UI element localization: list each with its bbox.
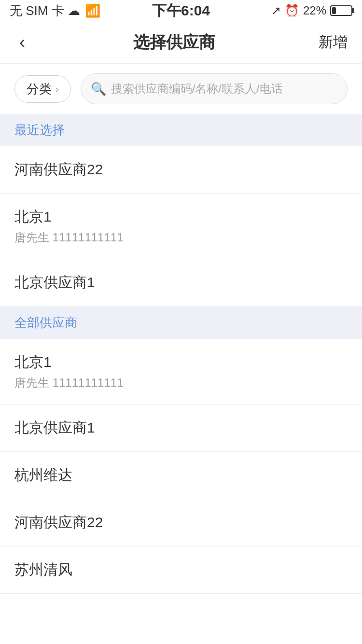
item-name: 北京1 (14, 207, 348, 227)
search-input-placeholder: 搜索供应商编码/名称/联系人/电话 (111, 81, 283, 97)
item-sub: 唐先生 11111111111 (14, 230, 348, 245)
status-left: 无 SIM 卡 ☁ 📶 (10, 2, 100, 19)
item-name: 杭州维达 (14, 465, 348, 485)
search-icon: 🔍 (91, 82, 106, 97)
category-label: 分类 (27, 81, 52, 98)
battery-label: 22% (303, 4, 326, 17)
all-section-header: 全部供应商 (0, 307, 362, 339)
battery-icon (330, 5, 352, 16)
sim-label: 无 SIM 卡 ☁ (10, 2, 80, 19)
list-item[interactable]: 北京1唐先生 11111111111 (0, 339, 362, 405)
all-section-label: 全部供应商 (14, 315, 77, 330)
wifi-icon: 📶 (85, 3, 100, 18)
category-chevron-icon: › (56, 84, 59, 95)
page-title: 选择供应商 (133, 31, 215, 54)
location-icon: ↗ (271, 4, 281, 17)
item-name: 北京供应商1 (14, 273, 348, 293)
alarm-icon: ⏰ (285, 4, 299, 17)
back-button[interactable]: ‹ (14, 28, 30, 57)
item-sub: 唐先生 11111111111 (14, 375, 348, 391)
list-item[interactable]: 苏州清风 (0, 546, 362, 594)
list-item[interactable]: 北京1唐先生 11111111111 (0, 194, 362, 259)
item-name: 北京供应商1 (14, 418, 348, 438)
category-filter-button[interactable]: 分类 › (14, 75, 71, 103)
recent-section-label: 最近选择 (14, 123, 65, 137)
item-name: 河南供应商22 (14, 160, 348, 180)
item-name: 苏州清风 (14, 560, 348, 580)
list-item[interactable]: 河南供应商22 (0, 146, 362, 194)
all-list: 北京1唐先生 11111111111北京供应商1杭州维达河南供应商22苏州清风 (0, 339, 362, 594)
recent-section-header: 最近选择 (0, 114, 362, 146)
status-right: ↗ ⏰ 22% (271, 4, 352, 17)
nav-bar: ‹ 选择供应商 新增 (0, 21, 362, 64)
list-item[interactable]: 北京供应商1 (0, 405, 362, 452)
list-item[interactable]: 杭州维达 (0, 452, 362, 499)
list-item[interactable]: 北京供应商1 (0, 259, 362, 307)
item-name: 河南供应商22 (14, 513, 348, 532)
item-name: 北京1 (14, 352, 348, 372)
list-item[interactable]: 河南供应商22 (0, 499, 362, 546)
search-box[interactable]: 🔍 搜索供应商编码/名称/联系人/电话 (81, 73, 348, 104)
recent-list: 河南供应商22北京1唐先生 11111111111北京供应商1 (0, 146, 362, 307)
status-bar: 无 SIM 卡 ☁ 📶 下午6:04 ↗ ⏰ 22% (0, 0, 362, 21)
filter-bar: 分类 › 🔍 搜索供应商编码/名称/联系人/电话 (0, 64, 362, 114)
add-button[interactable]: 新增 (319, 32, 348, 52)
status-time: 下午6:04 (152, 1, 210, 21)
